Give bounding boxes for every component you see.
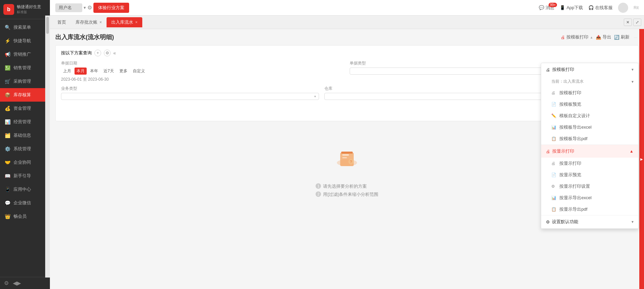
tab-home[interactable]: 首页 <box>53 17 71 27</box>
filter-collapse-btn[interactable]: « <box>113 50 116 56</box>
dropdown-item-display-export-excel[interactable]: 📊 按显示导出excel <box>541 192 638 204</box>
date-shortcuts: 上月 本月 本年 近7天 更多 自定义 <box>61 68 147 75</box>
trial-btn[interactable]: 体验行业方案 <box>93 3 129 13</box>
dropdown-panel: 🖨 按模板打印 ▾ 当前：出入库流水 ▾ 🖨 按模板打印 📄 <box>541 63 639 229</box>
dropdown-item-template-preview[interactable]: 📄 按模板预览 <box>541 99 638 110</box>
export-icon: 📤 <box>596 35 601 40</box>
date-range-display: 2023-06-01 至 2023-06-30 <box>61 77 344 82</box>
date-btn-custom[interactable]: 自定义 <box>131 68 147 75</box>
app-name: 畅捷通好生意 <box>17 4 41 10</box>
dropdown-item-display-export-pdf[interactable]: 📋 按显示导出pdf <box>541 204 638 215</box>
export-btn[interactable]: 📤 导出 <box>596 34 611 40</box>
biz-type-label: 业务类型 <box>61 86 319 91</box>
date-btn-last-month[interactable]: 上月 <box>61 68 73 75</box>
sidebar-item-guide[interactable]: 📖 新手引导 <box>0 169 50 183</box>
tab-expand-btn[interactable]: ⤢ <box>633 19 641 26</box>
message-badge: 99+ <box>549 3 557 7</box>
sidebar-item-app-center[interactable]: 📱 应用中心 <box>0 183 50 196</box>
filter-date-control: 上月 本月 本年 近7天 更多 自定义 <box>61 68 344 75</box>
tab-close-btn[interactable]: ✕ <box>624 19 632 26</box>
date-field-label: 单据日期 <box>61 60 344 66</box>
topbar-user-dropdown-icon[interactable]: ▾ <box>84 5 86 10</box>
sidebar-item-inventory[interactable]: 📦 库存核算 <box>0 88 50 102</box>
settings-bottom-icon[interactable]: ⚙ <box>4 280 9 286</box>
filter-settings-btn[interactable]: ⚙ <box>104 50 111 56</box>
tip-2-text: 用[过滤]条件来缩小分析范围 <box>323 191 378 198</box>
print-btn[interactable]: 🖨 按模板打印 ▲ <box>561 34 593 40</box>
filter-add-btn[interactable]: + <box>94 50 101 56</box>
template-custom-icon: ✏️ <box>551 113 557 118</box>
topbar-gear-icon[interactable]: ⚙ <box>87 4 92 11</box>
sidebar-nav: 🔍 搜索菜单 ⚡ 快捷导航 📢 营销推广 💹 销售管理 🛒 采购管理 📦 <box>0 19 50 277</box>
topbar: 用户名 ▾ ⚙ 体验行业方案 💬 消息 99+ 📱 App下载 🎧 在 <box>50 0 644 16</box>
template-print-icon: 🖨 <box>551 90 557 95</box>
sidebar-scrollbar[interactable] <box>45 16 50 278</box>
date-btn-7days[interactable]: 近7天 <box>101 68 116 75</box>
page-actions: 🖨 按模板打印 ▲ 📤 导出 🔄 刷新 ··· <box>561 34 639 40</box>
date-btn-this-year[interactable]: 本年 <box>88 68 100 75</box>
print-dropdown-icon: ▲ <box>590 35 593 39</box>
tabbar-right-actions: ✕ ⤢ <box>624 19 641 26</box>
biz-type-select[interactable]: ▾ <box>61 93 319 100</box>
sidebar-item-wechat[interactable]: 💬 企业微信 <box>0 196 50 210</box>
topbar-right: 💬 消息 99+ 📱 App下载 🎧 在线客服 Rit <box>539 3 639 13</box>
defaults-section-label: 设置默认功能 <box>552 219 578 225</box>
empty-tip-2: 2 用[过滤]条件来缩小分析范围 <box>316 191 378 198</box>
display-settings-icon: ⚙ <box>551 184 557 189</box>
dropdown-item-template-custom[interactable]: ✏️ 模板自定义设计 <box>541 110 638 122</box>
sidebar-item-search[interactable]: 🔍 搜索菜单 <box>0 21 50 34</box>
display-print-section-icon: 🖨 <box>546 149 550 154</box>
topbar-app-download-action[interactable]: 📱 App下载 <box>560 5 583 11</box>
display-section-label: 按显示打印 <box>552 148 574 154</box>
tab-flow[interactable]: 出入库流水 × <box>107 17 142 27</box>
date-btn-more[interactable]: 更多 <box>117 68 129 75</box>
topbar-customer-service-action[interactable]: 🎧 在线客服 <box>588 5 613 11</box>
biz-type-dropdown-icon: ▾ <box>314 95 316 98</box>
dropdown-item-template-print[interactable]: 🖨 按模板打印 <box>541 87 638 99</box>
sidebar-item-basic[interactable]: 🗂️ 基础信息 <box>0 129 50 142</box>
quick-nav-icon: ⚡ <box>4 37 11 44</box>
refresh-btn[interactable]: 🔄 刷新 <box>614 34 630 40</box>
sidebar-item-finance[interactable]: 💰 资金管理 <box>0 102 50 115</box>
system-icon: ⚙️ <box>4 146 11 152</box>
display-preview-icon: 📄 <box>551 173 557 177</box>
sidebar-item-purchase[interactable]: 🛒 采购管理 <box>0 75 50 88</box>
section1-expand-icon: ▾ <box>632 67 634 72</box>
main-area: 用户名 ▾ ⚙ 体验行业方案 💬 消息 99+ 📱 App下载 🎧 在 <box>50 0 644 289</box>
dropdown-section-display-header[interactable]: 🖨 按显示打印 ▲ <box>541 145 638 158</box>
dropdown-item-template-export-pdf[interactable]: 📋 按模板导出pdf <box>541 133 638 144</box>
sidebar-item-system[interactable]: ⚙️ 系统管理 <box>0 142 50 156</box>
sidebar-item-operations[interactable]: 📊 经营管理 <box>0 115 50 129</box>
dropdown-section-template-header[interactable]: 🖨 按模板打印 ▾ <box>541 63 638 76</box>
refresh-icon: 🔄 <box>614 35 619 40</box>
dropdown-item-display-print-settings[interactable]: ⚙ 按显示打印设置 <box>541 181 638 192</box>
sidebar-item-marketing[interactable]: 📢 营销推广 <box>0 48 50 61</box>
right-edge-bar[interactable]: ▶ <box>639 29 644 289</box>
dropdown-section-defaults-header[interactable]: ⚙ 设置默认功能 ▾ <box>541 215 638 228</box>
sidebar-item-quick-nav[interactable]: ⚡ 快捷导航 <box>0 34 50 48</box>
date-btn-this-month[interactable]: 本月 <box>75 68 87 75</box>
dropdown-section-template: 🖨 按模板打印 ▾ 当前：出入库流水 ▾ 🖨 按模板打印 📄 <box>541 63 638 145</box>
tab-batch[interactable]: 库存批次账 × <box>71 17 107 27</box>
dropdown-section-display: 🖨 按显示打印 ▲ 🖨 按显示打印 📄 按显示预览 ⚙ <box>541 145 638 215</box>
sidebar-item-sales[interactable]: 💹 销售管理 <box>0 61 50 75</box>
sidebar-item-cooperation[interactable]: 🤝 企业协同 <box>0 156 50 169</box>
collapse-sidebar-icon[interactable]: ◀▶ <box>13 280 21 286</box>
section3-expand-icon: ▾ <box>632 219 634 224</box>
finance-icon: 💰 <box>4 105 11 112</box>
filter-header-label: 按以下方案查询 <box>61 50 92 56</box>
pdf-icon-1: 📋 <box>551 136 557 141</box>
search-icon: 🔍 <box>4 24 11 31</box>
topbar-username[interactable]: 用户名 <box>55 3 82 12</box>
sidebar-item-vip[interactable]: 👑 畅会员 <box>0 210 50 223</box>
guide-icon: 📖 <box>4 173 11 179</box>
dropdown-item-display-print[interactable]: 🖨 按显示打印 <box>541 158 638 169</box>
dropdown-item-display-preview[interactable]: 📄 按显示预览 <box>541 169 638 181</box>
tab-batch-close[interactable]: × <box>99 20 102 25</box>
tab-flow-close[interactable]: × <box>135 20 138 25</box>
topbar-avatar[interactable] <box>618 3 628 13</box>
topbar-message-action[interactable]: 💬 消息 99+ <box>539 5 554 11</box>
dropdown-item-template-export-excel[interactable]: 📊 按模板导出excel <box>541 122 638 133</box>
excel-icon-1: 📊 <box>551 125 557 130</box>
template-preview-icon: 📄 <box>551 102 557 107</box>
